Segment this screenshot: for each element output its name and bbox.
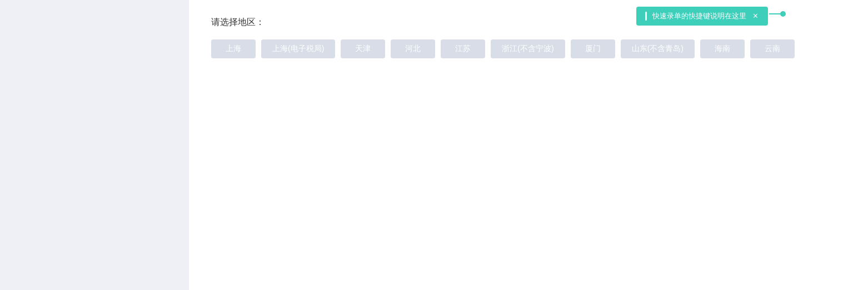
region-button-xiamen[interactable]: 厦门 <box>571 39 615 58</box>
region-button-yunnan[interactable]: 云南 <box>750 39 795 58</box>
tooltip-text: 快速录单的快捷键说明在这里 <box>652 11 746 21</box>
tooltip-banner: 快速录单的快捷键说明在这里 × <box>636 7 768 26</box>
main-content: 请选择地区： 上海上海(电子税局)天津河北江苏浙江(不含宁波)厦门山东(不含青岛… <box>189 0 868 290</box>
region-button-shandong[interactable]: 山东(不含青岛) <box>621 39 695 58</box>
tooltip-dot <box>780 11 786 17</box>
tooltip-close-button[interactable]: × <box>752 12 759 21</box>
region-button-hainan[interactable]: 海南 <box>700 39 745 58</box>
region-button-shanghai-etax[interactable]: 上海(电子税局) <box>261 39 335 58</box>
region-buttons: 上海上海(电子税局)天津河北江苏浙江(不含宁波)厦门山东(不含青岛)海南云南 <box>211 39 846 58</box>
region-button-zhejiang[interactable]: 浙江(不含宁波) <box>491 39 565 58</box>
region-button-hebei[interactable]: 河北 <box>391 39 435 58</box>
region-button-tianjin[interactable]: 天津 <box>341 39 385 58</box>
left-sidebar <box>0 0 189 290</box>
region-button-shanghai[interactable]: 上海 <box>211 39 256 58</box>
region-button-jiangsu[interactable]: 江苏 <box>441 39 485 58</box>
tooltip-bar <box>645 12 647 21</box>
